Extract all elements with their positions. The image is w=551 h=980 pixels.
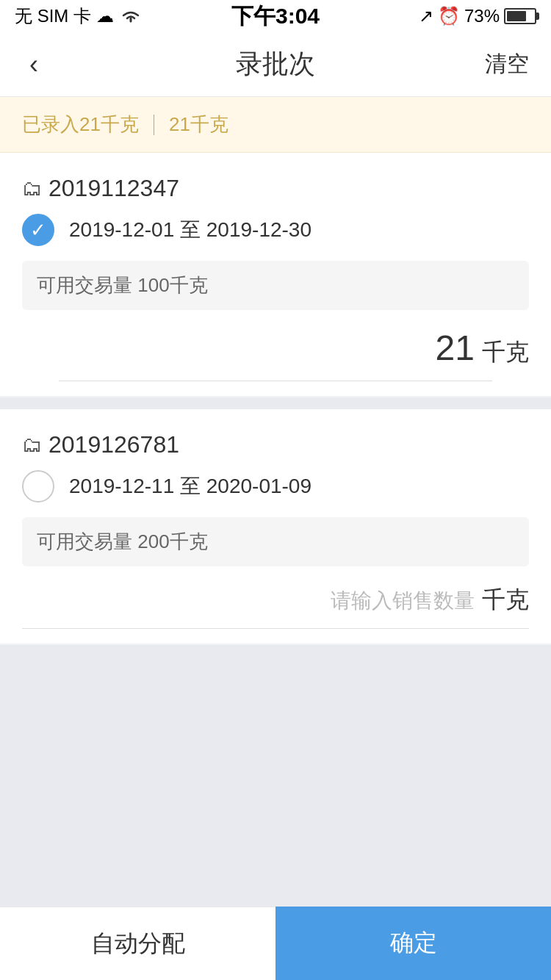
batch-2-unit: 千克 — [482, 584, 529, 616]
batch-1-id: 2019112347 — [48, 175, 179, 202]
batch-card-2-inner: 🗂 2019126781 2019-12-11 至 2020-01-09 可用交… — [0, 409, 551, 566]
batch-2-availability: 可用交易量 200千克 — [22, 517, 529, 566]
batch-card-1: 🗂 2019112347 2019-12-01 至 2019-12-30 可用交… — [0, 153, 551, 396]
batch-card-2: 🗂 2019126781 2019-12-11 至 2020-01-09 可用交… — [0, 409, 551, 644]
batch-2-input-placeholder: 请输入销售数量 — [331, 587, 475, 615]
card-divider — [0, 397, 551, 409]
batch-2-header: 🗂 2019126781 — [22, 431, 529, 458]
batch-1-date-row: 2019-12-01 至 2019-12-30 — [22, 214, 529, 246]
batch-1-bottom-pad — [0, 381, 551, 396]
confirm-label: 确定 — [390, 927, 437, 959]
wifi-icon — [120, 8, 142, 24]
confirm-button[interactable]: 确定 — [276, 907, 551, 980]
bottom-bar: 自动分配 确定 — [0, 907, 551, 980]
batch-2-radio[interactable] — [22, 470, 54, 502]
clock-icon: ⏰ — [438, 6, 460, 26]
batch-1-unit: 千克 — [482, 336, 529, 369]
page-title: 录批次 — [236, 46, 315, 82]
batch-2-icon: 🗂 — [22, 433, 43, 457]
batch-1-amount-row: 21 千克 — [0, 310, 551, 381]
batch-2-date: 2019-12-11 至 2020-01-09 — [69, 472, 311, 500]
battery-fill — [507, 11, 526, 21]
status-time: 下午3:04 — [231, 1, 320, 32]
info-divider — [154, 115, 154, 135]
batch-1-date: 2019-12-01 至 2019-12-30 — [69, 216, 311, 244]
batch-1-amount: 21 — [436, 328, 475, 368]
battery-percent: 73% — [464, 6, 500, 26]
auto-distribute-label: 自动分配 — [91, 928, 185, 960]
batch-2-date-row: 2019-12-11 至 2020-01-09 — [22, 470, 529, 502]
clear-button[interactable]: 清空 — [485, 49, 529, 79]
location-icon: ↗ — [419, 6, 433, 26]
info-banner: 已录入21千克 21千克 — [0, 97, 551, 153]
battery-icon — [504, 8, 536, 24]
back-button[interactable]: ‹ — [22, 42, 46, 87]
batch-2-input-row: 请输入销售数量 千克 — [0, 566, 551, 628]
batch-card-1-inner: 🗂 2019112347 2019-12-01 至 2019-12-30 可用交… — [0, 153, 551, 310]
batch-1-availability: 可用交易量 100千克 — [22, 261, 529, 310]
status-right: ↗ ⏰ 73% — [419, 6, 536, 26]
info-value: 21千克 — [169, 112, 228, 137]
page-content: 已录入21千克 21千克 🗂 2019112347 2019-12-01 至 2… — [0, 97, 551, 980]
batch-1-radio[interactable] — [22, 214, 54, 246]
sim-text: 无 SIM 卡 ☁ — [15, 4, 114, 28]
auto-distribute-button[interactable]: 自动分配 — [0, 907, 276, 980]
batch-2-id: 2019126781 — [48, 431, 179, 458]
nav-bar: ‹ 录批次 清空 — [0, 32, 551, 97]
batch-2-bottom-pad — [0, 629, 551, 644]
batch-1-header: 🗂 2019112347 — [22, 175, 529, 202]
batch-1-icon: 🗂 — [22, 176, 43, 201]
status-left: 无 SIM 卡 ☁ — [15, 4, 142, 28]
recorded-amount: 已录入21千克 — [22, 112, 139, 137]
status-bar: 无 SIM 卡 ☁ 下午3:04 ↗ ⏰ 73% — [0, 0, 551, 32]
